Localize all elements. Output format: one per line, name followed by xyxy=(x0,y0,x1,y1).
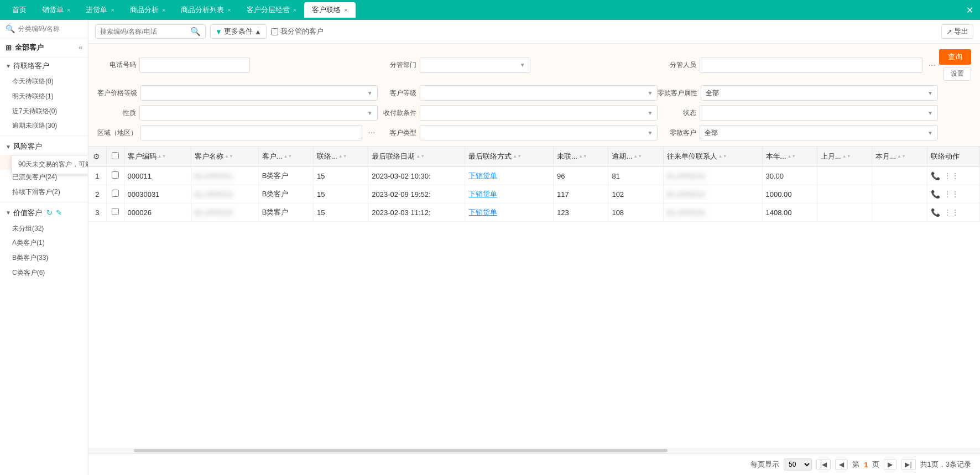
row-checkbox-cell[interactable] xyxy=(106,167,124,185)
close-icon[interactable]: × xyxy=(344,7,347,13)
close-all-button[interactable]: ✕ xyxy=(964,3,976,18)
close-icon[interactable]: × xyxy=(111,7,114,13)
close-icon[interactable]: × xyxy=(162,7,165,13)
contact-method-link[interactable]: 下销货单 xyxy=(468,208,497,216)
row-checkbox-cell[interactable] xyxy=(106,203,124,222)
more-options-icon[interactable]: ··· xyxy=(366,128,377,138)
col-contacts: 往来单位联系人 ▲▼ xyxy=(663,147,762,167)
sidebar-group-value[interactable]: ▼ 价值客户 ↻ ✎ xyxy=(0,205,88,221)
sidebar-item-class-c[interactable]: C类客户(6) xyxy=(0,265,88,280)
more-action-icon[interactable]: ⋮⋮ xyxy=(943,171,959,180)
sidebar-item-overdue[interactable]: 逾期未联络(30) xyxy=(0,118,88,133)
page-unit: 页 xyxy=(872,460,879,469)
first-page-button[interactable]: |◀ xyxy=(816,459,831,470)
row-checkbox[interactable] xyxy=(112,190,119,197)
row-no: 2 xyxy=(88,185,106,203)
customer-type-label: 客户类型 xyxy=(378,128,416,138)
dept-select[interactable]: ▼ xyxy=(420,58,530,73)
toolbar: 🔍 ▼ 更多条件 ▲ 我分管的客户 ↗ 导出 xyxy=(88,20,980,44)
customer-type-select[interactable]: ▼ xyxy=(420,125,658,140)
more-conditions-button[interactable]: ▼ 更多条件 ▲ xyxy=(210,24,267,39)
col-last-date: 最后联络日期 ▲▼ xyxy=(368,147,465,167)
close-icon[interactable]: × xyxy=(67,7,70,13)
close-icon[interactable]: × xyxy=(227,7,231,13)
price-level-label: 客户价格等级 xyxy=(97,88,137,98)
payment-select[interactable]: ▼ xyxy=(420,105,658,121)
more-action-icon[interactable]: ⋮⋮ xyxy=(943,208,959,217)
scrollbar-thumb[interactable] xyxy=(134,449,668,452)
export-button[interactable]: ↗ 导出 xyxy=(941,24,973,39)
table-row: 2 00030031 BLURRED3 B类客户 15 2023-02-09 1… xyxy=(88,185,980,203)
my-customers-checkbox-label[interactable]: 我分管的客户 xyxy=(271,27,324,36)
contact-method-link[interactable]: 下销货单 xyxy=(468,171,497,180)
search-button[interactable]: 🔍 xyxy=(190,27,201,36)
phone-input[interactable] xyxy=(139,58,250,73)
sidebar-item-tomorrow[interactable]: 明天待联络(1) xyxy=(0,89,88,104)
status-select[interactable]: ▼ xyxy=(700,105,938,121)
contact-method-link[interactable]: 下销货单 xyxy=(468,190,497,198)
row-not-contacted: 123 xyxy=(554,203,608,222)
search-input[interactable] xyxy=(100,28,188,35)
prev-page-button[interactable]: ◀ xyxy=(835,459,848,470)
sidebar-group-risk[interactable]: ▼ 风险客户 90天未交易的客户，可能有流失风险。 xyxy=(0,138,88,155)
filter-row-1: 电话号码 分管部门 ▼ 分管人员 ··· xyxy=(97,49,971,81)
retail-select[interactable]: 全部 ▼ xyxy=(700,125,938,140)
row-checkbox[interactable] xyxy=(112,171,119,179)
region-select[interactable] xyxy=(140,125,362,140)
row-checkbox-cell[interactable] xyxy=(106,185,124,203)
next-page-button[interactable]: ▶ xyxy=(884,459,896,470)
sidebar-item-class-b[interactable]: B类客户(33) xyxy=(0,250,88,265)
my-customers-checkbox[interactable] xyxy=(271,28,278,35)
row-last-method: 下销货单 xyxy=(465,203,554,222)
sidebar-item-declining[interactable]: 持续下滑客户(2) xyxy=(0,185,88,200)
dept-label: 分管部门 xyxy=(378,60,416,70)
row-not-contacted: 117 xyxy=(554,185,608,203)
refresh-icon[interactable]: ↻ xyxy=(46,208,53,217)
tab-home[interactable]: 首页 xyxy=(4,2,34,18)
sidebar-search-input[interactable] xyxy=(18,25,88,33)
price-level-select[interactable]: ▼ xyxy=(140,85,378,101)
sidebar-search-wrap: 🔍 xyxy=(0,20,88,38)
select-all-checkbox[interactable] xyxy=(112,152,119,159)
tab-customer-contact[interactable]: 客户联络 × xyxy=(304,2,355,18)
row-last-method: 下销货单 xyxy=(465,185,554,203)
tab-purchase[interactable]: 进货单 × xyxy=(78,2,122,18)
tab-sales[interactable]: 销货单 × xyxy=(34,2,78,18)
more-action-icon[interactable]: ⋮⋮ xyxy=(943,190,959,199)
row-last-month xyxy=(817,203,872,222)
tab-product-list[interactable]: 商品分析列表 × xyxy=(173,2,238,18)
customer-level-select[interactable]: ▼ xyxy=(420,85,658,101)
contact-icon[interactable]: 📞 xyxy=(931,208,940,217)
collapse-icon[interactable]: « xyxy=(79,44,82,51)
col-checkbox[interactable] xyxy=(106,147,124,167)
settings-button[interactable]: 设置 xyxy=(943,67,971,81)
query-button[interactable]: 查询 xyxy=(939,49,971,65)
sidebar-item-class-a[interactable]: A类客户(1) xyxy=(0,236,88,250)
receivable-attr-select[interactable]: 全部 ▼ xyxy=(701,85,938,101)
chevron-down-icon: ▼ xyxy=(927,110,933,116)
chevron-up-icon: ▲ xyxy=(254,28,262,36)
sidebar-item-today[interactable]: 今天待联络(0) xyxy=(0,74,88,89)
per-page-select[interactable]: 50 100 200 xyxy=(784,458,812,471)
row-name: BLURRED3 xyxy=(191,185,259,203)
tab-product-analysis[interactable]: 商品分析 × xyxy=(122,2,173,18)
sidebar-item-ungrouped[interactable]: 未分组(32) xyxy=(0,221,88,236)
last-page-button[interactable]: ▶| xyxy=(901,459,915,470)
contact-icon[interactable]: 📞 xyxy=(931,171,940,180)
row-checkbox[interactable] xyxy=(112,208,119,215)
more-options-icon[interactable]: ··· xyxy=(926,60,938,70)
tab-customer-stratify[interactable]: 客户分层经营 × xyxy=(239,2,304,18)
edit-icon[interactable]: ✎ xyxy=(56,208,62,217)
person-select[interactable] xyxy=(700,58,922,73)
contact-icon[interactable]: 📞 xyxy=(931,190,940,199)
sidebar-item-week[interactable]: 近7天待联络(0) xyxy=(0,104,88,119)
horizontal-scrollbar[interactable] xyxy=(88,448,980,453)
column-settings-button[interactable]: ⚙ xyxy=(92,151,101,162)
row-code: 000026 xyxy=(124,203,191,222)
sidebar-group-pending[interactable]: ▼ 待联络客户 xyxy=(0,58,88,74)
nature-select[interactable]: ▼ xyxy=(139,105,378,121)
sidebar-all-customers-header[interactable]: ⊞ 全部客户 « xyxy=(0,38,88,58)
col-settings[interactable]: ⚙ xyxy=(88,147,106,167)
close-icon[interactable]: × xyxy=(293,7,296,13)
row-overdue: 102 xyxy=(608,185,663,203)
